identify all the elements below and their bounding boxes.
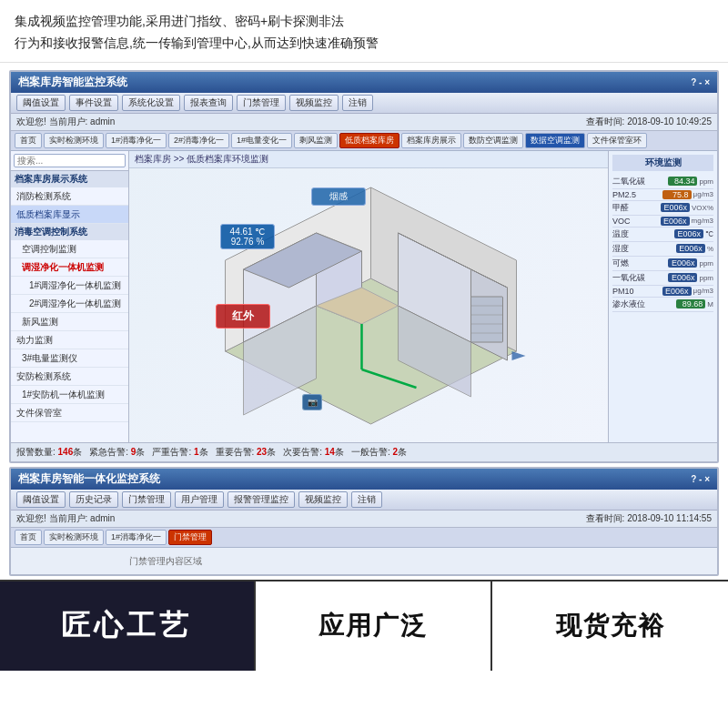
nav-logout[interactable]: 注销 [342,95,373,111]
data-box-smoke[interactable]: 烟感 [311,187,366,206]
env-value-form: E006x [661,203,690,212]
env-row-pm10: PM10 E006x μg/m3 [612,286,713,298]
sidebar-item-power[interactable]: 动力监测 [11,331,128,349]
sidebar-item-security1[interactable]: 1#安防机一体机监测 [11,386,128,404]
sidebar-item-aircon-monitor[interactable]: 空调控制监测 [11,240,128,258]
lower-tab-nav: 首页 实时检测环境 1#消毒净化一 门禁管理 [11,528,717,548]
lower-nav-video[interactable]: 视频监控 [298,491,348,508]
lower-tab-disinfect1[interactable]: 1#消毒净化一 [106,530,167,545]
env-value-humi: E006x [676,244,705,253]
upper-title-controls[interactable]: ? - × [691,77,710,87]
desc-line2: 行为和接收报警信息,统一传输到管理中心,从而达到快速准确预警 [15,33,713,55]
sidebar-item-filekeep[interactable]: 文件保管室 [11,404,128,422]
env-label-co: 一氧化碳 [612,272,668,284]
nav-door[interactable]: 门禁管理 [237,95,286,111]
bottom-section: 匠心工艺 应用广泛 现货充裕 [0,580,728,671]
lower-nav-user[interactable]: 用户管理 [175,491,224,508]
data-box-temp-humi[interactable]: 44.61 ℃ 92.76 % [220,224,275,249]
env-row-temp: 温度 E006x ℃ [612,228,713,242]
lower-controls-text[interactable]: ? - × [691,474,710,484]
env-label-voc: VOC [612,217,661,226]
upper-welcome: 欢迎您! 当前用户: admin [16,116,115,128]
sidebar-item-fresh-air[interactable]: 新风监测 [11,313,128,331]
tab-disinfect2[interactable]: 2#消毒净化一 [168,133,229,148]
sidebar-search-input[interactable] [14,154,126,167]
tab-lowq[interactable]: 低质档案库房 [339,133,399,148]
env-label-form: 甲醛 [612,202,661,214]
env-unit-form: VOX% [692,204,713,212]
upper-main-content: 档案库房展示系统 消防检测系统 低质档案库显示 消毒空调控制系统 空调控制监测 … [11,151,717,442]
data-box-infrared[interactable]: 红外 [216,304,270,329]
room-svg [138,169,603,433]
lower-top-nav: 阈值设置 历史记录 门禁管理 用户管理 报警管理监控 视频监控 注销 [11,490,717,511]
svg-marker-19 [512,351,526,360]
nav-report[interactable]: 报表查询 [184,95,233,111]
upper-system-panel: 档案库房智能监控系统 ? - × 阈值设置 事件设置 系统化设置 报表查询 门禁… [9,70,719,463]
env-row-co: 一氧化碳 E006x ppm [612,271,713,286]
upper-datetime: 查看时间: 2018-09-10 10:49:25 [586,116,712,128]
env-unit-pm10: μg/m3 [693,287,713,295]
tab-files[interactable]: 文件保管室环 [587,133,647,148]
env-unit-comb: ppm [699,259,713,268]
nav-threshold[interactable]: 阈值设置 [16,95,66,111]
env-row-humi: 湿度 E006x % [612,242,713,257]
sidebar-section-aircon: 消毒空调控制系统 [11,224,128,240]
nav-video[interactable]: 视频监控 [289,95,339,111]
tab-wind[interactable]: 剩风监测 [294,133,338,148]
env-value-comb: E006x [668,258,697,268]
lower-nav-alarm[interactable]: 报警管理监控 [228,491,295,508]
center-visualization: 档案库房 >> 低质档案库环境监测 [129,151,608,442]
lower-welcome: 欢迎您! 当前用户: admin [16,512,115,525]
camera-sensor: 📷 [302,394,322,410]
upper-top-nav: 阈值设置 事件设置 系统化设置 报表查询 门禁管理 视频监控 注销 [11,93,717,114]
lower-nav-threshold[interactable]: 阈值设置 [16,491,66,508]
lower-tab-home[interactable]: 首页 [15,530,42,545]
lower-tab-door[interactable]: 门禁管理 [168,530,212,545]
env-unit-humi: % [707,245,713,253]
env-unit-pm25: μg/m3 [693,190,713,198]
lower-nav-logout[interactable]: 注销 [351,491,382,508]
env-value-voc: E006x [661,217,690,226]
sidebar-item-humi1a[interactable]: 1#调湿净化一体机监测 [11,277,128,295]
tab-display[interactable]: 档案库房展示 [401,133,461,148]
upper-system-title: 档案库房智能监控系统 [18,75,127,90]
data-box-temp: 44.61 ℃ [226,227,269,237]
lower-tab-realtime[interactable]: 实时检测环境 [44,530,104,545]
env-row-pm25: PM2.5 75.8 μg/m3 [612,189,713,201]
alarm-section: 报警数量: 146条 紧急告警: 9条 严重告警: 1条 重要告警: 23条 次… [16,446,407,459]
sidebar-item-humi2a[interactable]: 2#调湿净化一体机监测 [11,295,128,313]
env-label-comb: 可燃 [612,258,668,269]
sidebar-item-security[interactable]: 安防检测系统 [11,368,128,386]
nav-event[interactable]: 事件设置 [69,95,118,111]
nav-system[interactable]: 系统化设置 [122,95,180,111]
sidebar-item-humi1[interactable]: 调湿净化一体机监测 [11,258,128,277]
lower-nav-door[interactable]: 门禁管理 [122,491,171,508]
sidebar-item-power3[interactable]: 3#电量监测仪 [11,349,128,368]
tab-disinfect1[interactable]: 1#消毒净化一 [106,133,167,148]
sidebar-item-fire[interactable]: 消防检测系统 [11,187,128,206]
alarm-important: 重要告警: 23条 [216,446,277,459]
lower-title-bar: 档案库房智能一体化监控系统 ? - × [11,469,717,490]
top-description: 集成视频监控管理功能,采用进门指纹、密码+刷卡探测非法 行为和接收报警信息,统一… [0,0,728,63]
tab-aircon1[interactable]: 数防空调监测 [463,133,523,148]
tab-aircon2[interactable]: 数据空调监测 [525,133,585,148]
tab-power[interactable]: 1#电量变化一 [231,133,292,148]
bottom-left-text: 匠心工艺 [61,606,192,646]
sidebar-item-lowq-display[interactable]: 低质档案库显示 [11,206,128,224]
room-3d-view: 44.61 ℃ 92.76 % 红外 烟感 📷 [138,169,603,433]
env-row-co2: 二氧化碳 84.34 ppm [612,175,713,189]
bottom-left-area: 匠心工艺 [0,581,254,671]
alarm-total: 报警数量: 146条 [16,446,82,459]
smoke-label: 烟感 [329,191,348,201]
upper-controls-text[interactable]: ? - × [691,77,710,87]
lower-title-controls[interactable]: ? - × [691,474,710,484]
bottom-right-area: 现货充裕 [492,581,728,671]
env-label-water: 渗水液位 [612,298,676,310]
right-env-panel: 环境监测 二氧化碳 84.34 ppm PM2.5 75.8 μg/m3 甲醛 … [608,151,717,442]
env-value-temp: E006x [674,229,703,238]
tab-realtime[interactable]: 实时检测环境 [44,133,104,148]
lower-nav-history[interactable]: 历史记录 [69,491,118,508]
lower-content-area: 门禁管理内容区域 [11,548,717,575]
tab-home[interactable]: 首页 [15,133,42,148]
env-row-voc: VOC E006x mg/m3 [612,216,713,228]
